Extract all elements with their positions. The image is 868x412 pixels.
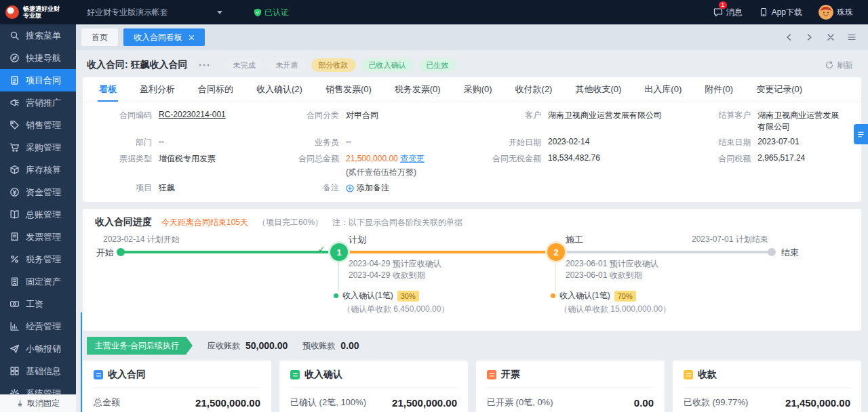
end-date: 2023-07-01 — [757, 137, 799, 146]
tab-other-income[interactable]: 其他收支(0) — [574, 77, 623, 102]
table-row: 已开票 (0笔, 0%)0.00 — [487, 396, 654, 409]
status-badge-effective: 已生效 — [419, 58, 456, 72]
milestone-2-title: 施工 — [566, 234, 583, 246]
tab-scroll-left-button[interactable] — [783, 32, 794, 43]
banknote-icon — [9, 299, 20, 309]
plus-circle-icon — [346, 184, 354, 192]
timeline-segment-future — [556, 251, 772, 253]
progress-title: 收入合同进度 — [95, 216, 152, 228]
end-date-label: 2023-07-01 计划结束 — [692, 234, 768, 245]
tab-controls — [783, 32, 863, 43]
sidebar-item-fixed-assets[interactable]: 固定资产 — [0, 270, 76, 293]
settle-customer-name: 湖南卫视商业运营发展有限公司 — [757, 110, 841, 133]
refresh-button[interactable]: 刷新 — [825, 60, 857, 71]
collection-card: 收款 已收款 (99.77%)21,450,000.00 未收款50,000.0… — [673, 360, 861, 412]
paper-plane-icon — [9, 344, 20, 354]
receivable-amount: 50,000.00 — [245, 340, 288, 351]
sidebar-item-sales[interactable]: 销售管理 — [0, 114, 76, 136]
logo-line1: 畅捷通好业财 — [23, 5, 60, 12]
account-name: 好业财专业版演示帐套 — [87, 7, 168, 18]
milestone-2-confirm-row: 收入确认(1笔) 70% — [551, 290, 636, 302]
sidebar-item-tax[interactable]: 税务管理 — [0, 248, 76, 270]
tab-stock-io[interactable]: 出入库(0) — [643, 77, 683, 102]
avatar — [818, 5, 833, 20]
logo-line2: 专业版 — [23, 12, 60, 19]
bill-type: 增值税专用发票 — [159, 153, 216, 165]
milestone-1-title: 计划 — [349, 234, 366, 246]
tab-scroll-right-button[interactable] — [804, 32, 815, 43]
tab-income-confirm[interactable]: 收入确认(2) — [255, 77, 304, 102]
tab-tax-invoice[interactable]: 税务发票(0) — [393, 77, 442, 102]
coin-icon — [9, 187, 20, 197]
tag-icon — [9, 120, 20, 130]
milestone-1-amount: （确认单收款 6,450,000.00） — [342, 304, 449, 315]
tab-purchase[interactable]: 采购(0) — [462, 77, 494, 102]
add-remark-button[interactable]: 添加备注 — [346, 182, 389, 194]
sidebar: 搜索菜单 快捷导航 项目合同 营销推广 销售管理 采购管理 库存核算 资金管理 … — [0, 24, 76, 412]
tab-home[interactable]: 首页 — [81, 28, 118, 46]
close-icon[interactable] — [189, 35, 195, 41]
stage-ribbon: 主营业务-合同后续执行 — [87, 337, 193, 355]
messages-label: 消息 — [726, 7, 743, 18]
tab-income-contract-board[interactable]: 收入合同看板 — [123, 28, 205, 46]
book-icon — [9, 209, 20, 220]
messages-count-badge: 1 — [719, 1, 727, 9]
tab-payments[interactable]: 收付款(2) — [514, 77, 554, 102]
unpin-button[interactable]: 取消固定 — [0, 394, 76, 412]
close-tabs-button[interactable] — [825, 32, 836, 43]
sidebar-item-funds[interactable]: 资金管理 — [0, 181, 76, 203]
certified-badge: 已认证 — [254, 7, 289, 18]
contract-code-link[interactable]: RC-20230214-001 — [159, 110, 226, 119]
content: 收入合同: 狂飙收入合同 未完成 未开票 部分收款 已收入确认 已生效 刷新 看… — [76, 50, 868, 412]
tab-sales-invoice[interactable]: 销售发票(0) — [324, 77, 373, 102]
milestone-2-connector — [555, 261, 556, 291]
tab-attachments[interactable]: 附件(0) — [703, 77, 734, 102]
account-selector[interactable]: 好业财专业版演示帐套 — [87, 7, 222, 18]
sidebar-item-inventory[interactable]: 库存核算 — [0, 159, 76, 181]
view-changes-link[interactable]: 查变更 — [400, 154, 425, 163]
messages-button[interactable]: 1 消息 — [713, 7, 743, 18]
invoicing-card: 开票 已开票 (0笔, 0%)0.00 未开票21,500,000.00 去开票 — [476, 360, 665, 412]
pre-receivable-amount: 0.00 — [340, 340, 359, 351]
list-icon — [857, 131, 865, 138]
check-icon: ✓ — [318, 245, 325, 254]
milestone-1-node[interactable]: 1 — [330, 243, 348, 261]
tab-menu-button[interactable] — [846, 32, 857, 43]
sidebar-item-operation[interactable]: 经营管理 — [0, 315, 76, 337]
start-date: 2023-02-14 — [548, 137, 589, 146]
grid-icon — [9, 366, 20, 376]
tab-change-log[interactable]: 变更记录(0) — [755, 77, 804, 102]
timeline-segment-active — [339, 251, 556, 253]
tab-contract-subject[interactable]: 合同标的 — [197, 77, 235, 102]
timeline-end-dot — [768, 248, 776, 256]
milestone-2-percent: 70% — [614, 291, 636, 302]
stage-flow-line — [81, 312, 82, 412]
sidebar-item-marketing[interactable]: 营销推广 — [0, 91, 76, 114]
sidebar-item-project-contract[interactable]: 项目合同 — [0, 69, 76, 91]
sidebar-item-expense[interactable]: 小畅报销 — [0, 337, 76, 360]
sidebar-item-quick-nav[interactable]: 快捷导航 — [0, 47, 76, 69]
summary-cards: 收入合同 总金额21,500,000.00 无税金额18,534,482.76 … — [83, 360, 861, 412]
sidebar-item-search-menu[interactable]: 搜索菜单 — [0, 24, 76, 47]
tab-profit-analysis[interactable]: 盈利分析 — [138, 77, 176, 102]
sidebar-item-invoice[interactable]: 发票管理 — [0, 226, 76, 248]
sidebar-item-general-ledger[interactable]: 总账管理 — [0, 203, 76, 226]
tab-strip: 首页 收入合同看板 — [76, 24, 868, 50]
milestone-1-connector — [338, 261, 339, 291]
app-download-button[interactable]: App下载 — [759, 7, 802, 18]
sidebar-item-payroll[interactable]: 工资 — [0, 293, 76, 315]
more-actions-icon[interactable] — [199, 64, 210, 66]
sidebar-item-base-info[interactable]: 基础信息 — [0, 360, 76, 382]
project-name: 狂飙 — [159, 182, 175, 194]
tab-dashboard[interactable]: 看板 — [98, 77, 118, 102]
milestone-2-node[interactable]: 2 — [547, 243, 565, 261]
start-date-label: 2023-02-14 计划开始 — [103, 234, 180, 245]
side-panel-button[interactable] — [854, 124, 868, 144]
contract-info-grid: 合同编码RC-20230214-001 合同分类对甲合同 客户湖南卫视商业运营发… — [83, 102, 861, 202]
timeline-start-dot — [117, 248, 125, 256]
sidebar-item-purchase[interactable]: 采购管理 — [0, 136, 76, 159]
percent-icon — [9, 254, 20, 264]
user-menu[interactable]: 珠珠 — [818, 5, 853, 20]
app-logo: 畅捷通好业财 专业版 — [0, 5, 76, 19]
income-confirm-icon — [290, 370, 300, 379]
